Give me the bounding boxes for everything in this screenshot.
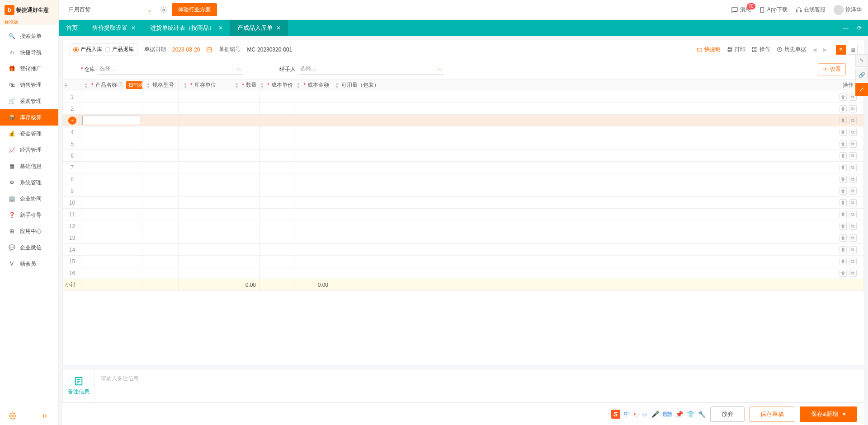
cell-unit[interactable] xyxy=(179,138,219,150)
cell-qty[interactable] xyxy=(219,138,260,150)
cell-spec[interactable] xyxy=(142,244,179,256)
view-grid-button[interactable]: ▦ xyxy=(848,45,858,55)
row-delete-icon[interactable]: 🗑 xyxy=(840,129,847,136)
cell-amount[interactable] xyxy=(296,256,332,267)
row-copy-icon[interactable]: ⧉ xyxy=(849,187,857,195)
table-row[interactable]: 15🗑⧉ xyxy=(63,256,864,267)
sidebar-item-12[interactable]: ⊞应用中心 xyxy=(0,223,58,239)
radio-product-out[interactable]: 产品退库 xyxy=(105,46,134,53)
row-delete-icon[interactable]: 🗑 xyxy=(840,93,847,101)
cell-price[interactable] xyxy=(260,126,296,138)
table-row[interactable]: 11🗑⧉ xyxy=(63,209,864,220)
cell-price[interactable] xyxy=(260,220,296,232)
cell-price[interactable] xyxy=(260,209,296,220)
row-delete-icon[interactable]: 🗑 xyxy=(840,199,847,206)
table-row[interactable]: +🗑⧉ xyxy=(63,115,864,126)
print-button[interactable]: 打印 xyxy=(727,46,745,53)
row-delete-icon[interactable]: 🗑 xyxy=(840,105,847,112)
col-qty[interactable]: ▲▼*数量 xyxy=(219,79,260,91)
cell-product[interactable] xyxy=(81,126,142,138)
cell-product[interactable] xyxy=(81,162,142,173)
cell-spec[interactable] xyxy=(142,267,179,279)
cell-avail[interactable] xyxy=(332,173,832,185)
cell-product[interactable] xyxy=(81,185,142,197)
view-list-button[interactable]: ≡ xyxy=(836,45,846,55)
cell-price[interactable] xyxy=(260,244,296,256)
cell-amount[interactable] xyxy=(296,91,332,103)
cell-product[interactable] xyxy=(81,209,142,220)
cell-price[interactable] xyxy=(260,150,296,162)
sidebar-item-0[interactable]: 🔍搜索菜单 xyxy=(0,28,58,44)
brand-logo[interactable]: b 畅捷通好生意 xyxy=(0,0,58,20)
tab-0[interactable]: 首页 xyxy=(59,20,85,36)
radio-product-in[interactable]: 产品入库 xyxy=(73,46,102,53)
messages-button[interactable]: 消息 70 xyxy=(731,6,751,14)
row-delete-icon[interactable]: 🗑 xyxy=(840,187,847,195)
cell-qty[interactable] xyxy=(219,209,260,220)
cell-avail[interactable] xyxy=(332,91,832,103)
close-icon[interactable]: ✕ xyxy=(276,25,281,31)
cell-avail[interactable] xyxy=(332,103,832,115)
cell-product[interactable] xyxy=(81,232,142,244)
cell-amount[interactable] xyxy=(296,162,332,173)
row-copy-icon[interactable]: ⧉ xyxy=(849,258,857,265)
sidebar-item-11[interactable]: ❓新手引导 xyxy=(0,207,58,223)
table-row[interactable]: 1🗑⧉ xyxy=(63,91,864,103)
cell-avail[interactable] xyxy=(332,115,832,126)
cell-unit[interactable] xyxy=(179,115,219,126)
cell-spec[interactable] xyxy=(142,162,179,173)
cell-qty[interactable] xyxy=(219,185,260,197)
settings-icon[interactable] xyxy=(9,412,16,420)
cell-price[interactable] xyxy=(260,256,296,267)
col-settings[interactable] xyxy=(63,79,81,91)
cell-qty[interactable] xyxy=(219,162,260,173)
cell-spec[interactable] xyxy=(142,209,179,220)
row-delete-icon[interactable]: 🗑 xyxy=(840,223,847,230)
table-row[interactable]: 16🗑⧉ xyxy=(63,267,864,279)
discard-button[interactable]: 放弃 xyxy=(710,406,745,422)
cell-avail[interactable] xyxy=(332,267,832,279)
cell-price[interactable] xyxy=(260,197,296,209)
cell-qty[interactable] xyxy=(219,220,260,232)
cell-amount[interactable] xyxy=(296,197,332,209)
cell-product[interactable] xyxy=(81,256,142,267)
online-service-button[interactable]: 在线客服 xyxy=(796,6,826,14)
quick-link-icon[interactable]: 🔗 xyxy=(855,69,868,81)
cell-spec[interactable] xyxy=(142,197,179,209)
remark-input[interactable]: 请输入备注信息 xyxy=(94,369,864,402)
cell-qty[interactable] xyxy=(219,115,260,126)
cell-unit[interactable] xyxy=(179,91,219,103)
cell-product[interactable] xyxy=(81,138,142,150)
cell-qty[interactable] xyxy=(219,197,260,209)
row-copy-icon[interactable]: ⧉ xyxy=(849,129,857,136)
row-copy-icon[interactable]: ⧉ xyxy=(849,223,857,230)
cell-amount[interactable] xyxy=(296,209,332,220)
row-copy-icon[interactable]: ⧉ xyxy=(849,117,857,124)
tab-1[interactable]: 售价提取设置✕ xyxy=(85,20,143,36)
cell-spec[interactable] xyxy=(142,115,179,126)
row-delete-icon[interactable]: 🗑 xyxy=(840,246,847,253)
row-copy-icon[interactable]: ⧉ xyxy=(849,140,857,148)
col-avail[interactable]: ▲▼可用量（包装） xyxy=(332,79,832,91)
tabs-minimize-button[interactable]: — xyxy=(840,22,852,34)
cell-amount[interactable] xyxy=(296,173,332,185)
quick-note-icon[interactable]: ✎ xyxy=(855,54,868,67)
prev-doc-button[interactable]: ◀ xyxy=(812,47,816,53)
add-row-button[interactable]: + xyxy=(68,117,76,125)
table-row[interactable]: 12🗑⧉ xyxy=(63,220,864,232)
cell-amount[interactable] xyxy=(296,103,332,115)
cell-product[interactable] xyxy=(81,91,142,103)
cell-spec[interactable] xyxy=(142,91,179,103)
warehouse-select[interactable]: 选择… ⋯ xyxy=(99,63,243,75)
row-delete-icon[interactable]: 🗑 xyxy=(840,211,847,218)
more-icon[interactable]: ⋯ xyxy=(236,66,242,72)
cell-qty[interactable] xyxy=(219,267,260,279)
row-delete-icon[interactable]: 🗑 xyxy=(840,140,847,148)
cell-amount[interactable] xyxy=(296,220,332,232)
cell-unit[interactable] xyxy=(179,197,219,209)
cell-qty[interactable] xyxy=(219,150,260,162)
cell-amount[interactable] xyxy=(296,232,332,244)
cell-product[interactable] xyxy=(81,173,142,185)
cell-spec[interactable] xyxy=(142,185,179,197)
col-price[interactable]: ▲▼*成本单价 xyxy=(260,79,296,91)
